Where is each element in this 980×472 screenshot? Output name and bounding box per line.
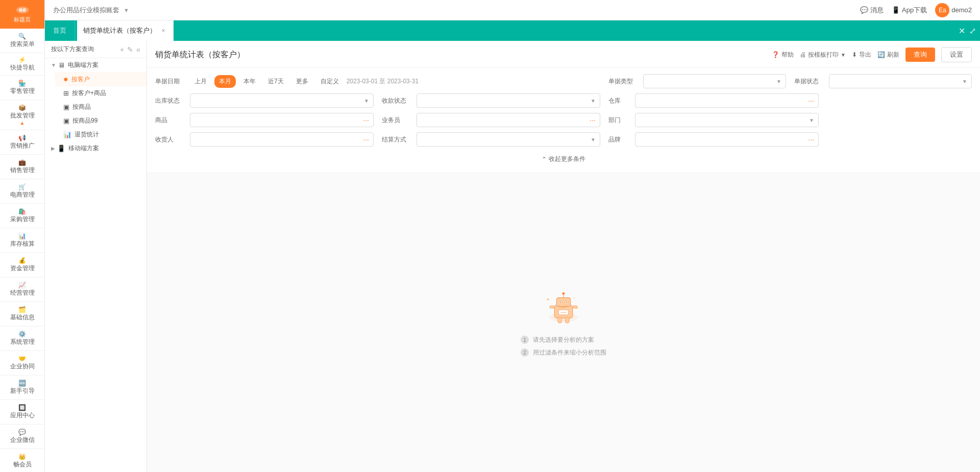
scheme-collapse-btn[interactable]: «: [136, 45, 140, 54]
sidebar-item-retail[interactable]: 🏪 零售管理: [0, 76, 44, 100]
date-btn-custom[interactable]: 自定义: [316, 75, 344, 88]
warehouse-dots[interactable]: ···: [808, 97, 814, 105]
sidebar-member-label: 畅会员: [13, 460, 32, 469]
department-select[interactable]: ▼: [635, 113, 819, 127]
scheme-add-btn[interactable]: +: [120, 45, 124, 54]
chevron-up-icon: ▲: [20, 120, 25, 126]
filter-area: 单据日期 上月 本月 本年 近7天 更多 自定义 2023-03-01 至 20…: [147, 68, 980, 173]
apps-icon: 🔲: [18, 404, 26, 411]
sidebar-apps-label: 应用中心: [10, 411, 35, 420]
message-btn[interactable]: 💬 消息: [860, 6, 884, 15]
tree-group-mobile[interactable]: ▶ 📱 移动端方案: [45, 141, 146, 155]
date-btn-this-month[interactable]: 本月: [214, 75, 236, 88]
sidebar-finance-label: 资金管理: [10, 264, 35, 273]
sidebar-basic-label: 基础信息: [10, 313, 35, 322]
tab-close-btn[interactable]: ×: [159, 27, 167, 35]
sidebar-search-btn[interactable]: 🔍 搜索菜单: [0, 29, 44, 53]
sidebar-wechat-label: 企业微信: [10, 436, 35, 444]
page-actions: ❓ 帮助 🖨 按模板打印 ▼ ⬇ 导出 🔄: [772, 47, 972, 67]
tab-bar: 首页 销货单统计表（按客户） × ✕ ⤢: [45, 20, 980, 41]
sidebar-item-ecommerce[interactable]: 🛒 电商管理: [0, 179, 44, 204]
brand-dots[interactable]: ···: [808, 135, 814, 144]
warehouse-select[interactable]: ···: [635, 93, 819, 108]
left-panel-title: 按以下方案查询: [51, 45, 94, 54]
recipient-label: 收货人: [155, 135, 182, 144]
sidebar-item-marketing[interactable]: 📢 营销推广: [0, 130, 44, 155]
member-icon: 👑: [18, 453, 26, 460]
sidebar-item-sales[interactable]: 💼 销售管理: [0, 155, 44, 179]
window-expand-btn[interactable]: ⤢: [969, 26, 976, 36]
collapse-btn[interactable]: ⌃ 收起更多条件: [155, 152, 972, 167]
salesperson-dots[interactable]: ···: [590, 116, 596, 124]
recipient-select[interactable]: ···: [190, 132, 374, 147]
tree-item-goods99[interactable]: ▣ 按商品99: [55, 114, 146, 128]
app-download-btn[interactable]: 📱 App下载: [892, 6, 927, 15]
user-btn[interactable]: Ea demo2: [935, 3, 972, 17]
goods-dots[interactable]: ···: [363, 116, 369, 124]
sidebar-item-inventory[interactable]: 📊 库存核算: [0, 228, 44, 253]
query-label: 查询: [914, 51, 927, 58]
svg-text:✦: ✦: [576, 306, 578, 310]
message-icon: 💬: [860, 6, 868, 14]
empty-tip-2: 2 用过滤条件来缩小分析范围: [521, 348, 606, 357]
sidebar-item-wholesale[interactable]: 📦 批发管理 ▲: [0, 100, 44, 130]
tree-item-customer-label: 按客户: [71, 75, 90, 84]
date-btn-this-year[interactable]: 本年: [239, 75, 260, 88]
tab-sales-stat[interactable]: 销货单统计表（按客户） ×: [77, 20, 174, 41]
retail-icon: 🏪: [18, 80, 26, 87]
sidebar-item-finance[interactable]: 💰 资金管理: [0, 253, 44, 277]
tab-home[interactable]: 首页: [45, 20, 75, 41]
export-label: 导出: [859, 51, 871, 59]
settings-btn[interactable]: 设置: [941, 47, 972, 62]
sidebar-item-system[interactable]: ⚙️ 系统管理: [0, 326, 44, 351]
left-panel-actions: + ✎ «: [120, 45, 140, 54]
export-icon: ⬇: [852, 51, 857, 58]
payment-select[interactable]: ▼: [416, 93, 600, 108]
industry-label: 办公用品行业模拟账套: [53, 6, 119, 15]
tip-num-1: 1: [521, 336, 529, 344]
scheme-edit-btn[interactable]: ✎: [127, 45, 133, 54]
date-btn-7days[interactable]: 近7天: [263, 75, 288, 88]
brand-select[interactable]: ···: [635, 132, 819, 147]
tree-item-customer[interactable]: ● 按客户: [55, 72, 146, 86]
window-close-btn[interactable]: ✕: [959, 26, 965, 36]
right-panel: 销货单统计表（按客户） ❓ 帮助 🖨 按模板打印 ▼ ⬇: [147, 41, 980, 472]
svg-text:畅捷: 畅捷: [19, 8, 26, 12]
tree-group-desktop[interactable]: ▼ 🖥 电脑端方案: [45, 58, 146, 72]
tree-item-returns[interactable]: 📊 退货统计: [55, 128, 146, 141]
sidebar-item-operations[interactable]: 📈 经营管理: [0, 277, 44, 302]
sidebar-item-cooperation[interactable]: 🤝 企业协同: [0, 351, 44, 375]
system-icon: ⚙️: [18, 331, 26, 338]
salesperson-select[interactable]: ···: [416, 113, 600, 127]
refresh-btn[interactable]: 🔄 刷新: [877, 51, 899, 59]
sidebar-item-member[interactable]: 👑 畅会员: [0, 449, 44, 472]
tab-sales-stat-label: 销货单统计表（按客户）: [83, 26, 156, 35]
doc-type-select[interactable]: ▼: [643, 74, 786, 88]
goods-select[interactable]: ···: [190, 113, 374, 127]
help-label: 帮助: [781, 51, 794, 59]
settlement-select[interactable]: ▼: [416, 132, 600, 147]
doc-status-select[interactable]: ▼: [829, 74, 972, 88]
query-btn[interactable]: 查询: [905, 48, 935, 62]
sidebar-item-purchase[interactable]: 🛍️ 采购管理: [0, 204, 44, 228]
tree-item-goods[interactable]: ▣ 按商品: [55, 100, 146, 114]
sidebar-item-guide[interactable]: 🆕 新手引导: [0, 375, 44, 400]
sidebar-quick-nav[interactable]: ⚡ 快捷导航: [0, 53, 44, 76]
recipient-dots[interactable]: ···: [363, 135, 369, 144]
help-icon: ❓: [772, 51, 779, 58]
tree-item-customer-goods[interactable]: ⊞ 按客户+商品: [55, 86, 146, 100]
export-btn[interactable]: ⬇ 导出: [852, 51, 871, 59]
doc-status-label: 单据状态: [794, 77, 821, 86]
date-btn-last-month[interactable]: 上月: [190, 75, 211, 88]
sidebar-item-basic[interactable]: 🗂️ 基础信息: [0, 302, 44, 326]
outbound-select[interactable]: ▼: [190, 93, 374, 108]
chevron-down-icon[interactable]: ▼: [124, 7, 129, 13]
sidebar-item-wechat[interactable]: 💬 企业微信: [0, 424, 44, 449]
help-btn[interactable]: ❓ 帮助: [772, 51, 794, 59]
date-btn-more[interactable]: 更多: [291, 75, 313, 88]
print-btn[interactable]: 🖨 按模板打印 ▼: [800, 51, 846, 59]
sales-icon: 💼: [18, 159, 26, 166]
download-icon: 📱: [892, 6, 900, 14]
page-title-row: 销货单统计表（按客户） ❓ 帮助 🖨 按模板打印 ▼ ⬇: [147, 41, 980, 68]
sidebar-item-apps[interactable]: 🔲 应用中心: [0, 400, 44, 424]
